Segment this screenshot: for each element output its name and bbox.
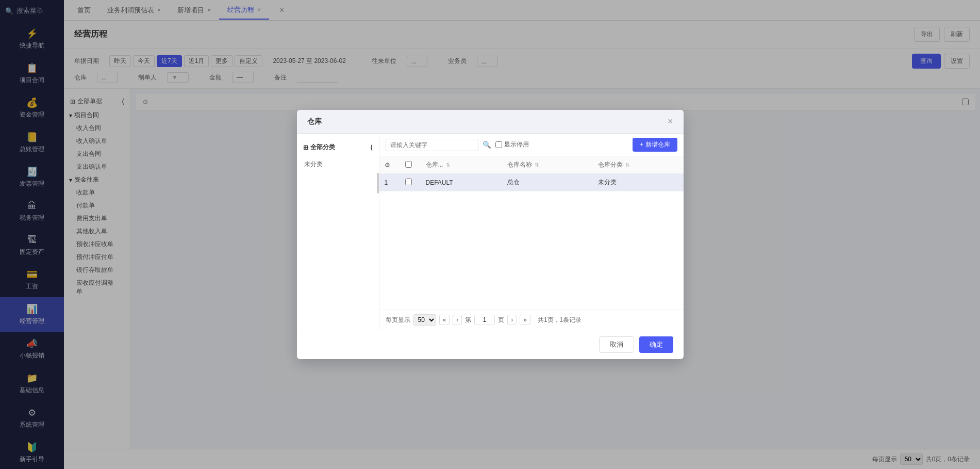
page-label: 第 [465, 316, 471, 325]
modal-pagination: 每页显示 50 « ‹ 第 页 › » 共1页，1条记录 [379, 310, 684, 330]
next-page-btn[interactable]: › [507, 315, 517, 325]
plus-icon: + [640, 141, 643, 148]
add-warehouse-label: 新增仓库 [645, 141, 670, 148]
modal-category-panel: ⊞ 全部分类 ⟨ 未分类 [297, 134, 379, 330]
modal-title: 仓库 [307, 117, 322, 126]
th-code: 仓库... ⇅ [421, 156, 502, 174]
modal-pagination-total: 共1页，1条记录 [538, 316, 582, 325]
modal-page-size-label: 每页显示 [386, 316, 410, 325]
grid-icon-modal: ⊞ [303, 144, 308, 151]
modal-category-scroll [297, 173, 379, 276]
modal-toolbar: 🔍 显示停用 + 新增仓库 [379, 134, 684, 156]
th-code-label: 仓库... [426, 161, 443, 168]
th-name-label: 仓库名称 [507, 161, 532, 168]
sort-icon-name[interactable]: ⇅ [535, 162, 539, 168]
modal-unclassified-item[interactable]: 未分类 [297, 156, 379, 173]
prev-page-btn[interactable]: ‹ [453, 315, 462, 325]
modal-search-input[interactable] [386, 139, 478, 151]
last-page-btn[interactable]: » [520, 315, 530, 325]
th-category: 仓库分类 ⇅ [593, 156, 684, 174]
modal-close-btn[interactable]: × [668, 116, 673, 127]
row-index: 1 [379, 174, 400, 191]
th-checkbox [400, 156, 421, 174]
table-row[interactable]: 1 DEFAULT 总仓 未分类 [379, 174, 684, 191]
th-name: 仓库名称 ⇅ [502, 156, 593, 174]
confirm-button[interactable]: 确定 [639, 336, 673, 353]
sort-icon-code[interactable]: ⇅ [446, 162, 450, 168]
row-checkbox[interactable] [405, 179, 412, 185]
modal-collapse-icon[interactable]: ⟨ [370, 144, 373, 151]
select-all-modal-checkbox[interactable] [405, 161, 412, 168]
first-page-btn[interactable]: « [439, 315, 450, 325]
row-name: 总仓 [502, 174, 593, 191]
modal-overlay: 仓库 × ⊞ 全部分类 ⟨ 未分类 [0, 0, 980, 469]
th-settings: ⚙ [379, 156, 400, 174]
modal-body: ⊞ 全部分类 ⟨ 未分类 🔍 [297, 134, 684, 330]
page-unit: 页 [498, 316, 504, 325]
page-number-input[interactable] [474, 315, 495, 325]
scroll-thumb [377, 173, 379, 193]
modal-right-panel: 🔍 显示停用 + 新增仓库 [379, 134, 684, 330]
modal-category-label: 全部分类 [310, 143, 335, 152]
settings-icon-th[interactable]: ⚙ [385, 161, 390, 169]
row-checkbox-cell [400, 174, 421, 191]
modal-table: ⚙ 仓库... ⇅ 仓库名称 [379, 156, 684, 310]
th-category-label: 仓库分类 [598, 161, 623, 168]
cancel-button[interactable]: 取消 [599, 336, 634, 353]
modal-search-btn[interactable]: 🔍 [483, 141, 491, 149]
show-disabled-checkbox[interactable] [495, 141, 502, 148]
warehouse-modal: 仓库 × ⊞ 全部分类 ⟨ 未分类 [297, 110, 684, 359]
modal-unclassified-label: 未分类 [304, 160, 323, 169]
show-disabled-label: 显示停用 [504, 140, 529, 149]
show-disabled-checkbox-label: 显示停用 [495, 140, 529, 149]
add-warehouse-button[interactable]: + 新增仓库 [633, 138, 677, 152]
row-category: 未分类 [593, 174, 684, 191]
sort-icon-category[interactable]: ⇅ [625, 162, 629, 168]
row-code: DEFAULT [421, 174, 502, 191]
modal-footer: 取消 确定 [297, 330, 684, 359]
modal-header: 仓库 × [297, 110, 684, 134]
modal-page-size-select[interactable]: 50 [413, 314, 436, 326]
modal-category-header: ⊞ 全部分类 ⟨ [297, 139, 379, 156]
